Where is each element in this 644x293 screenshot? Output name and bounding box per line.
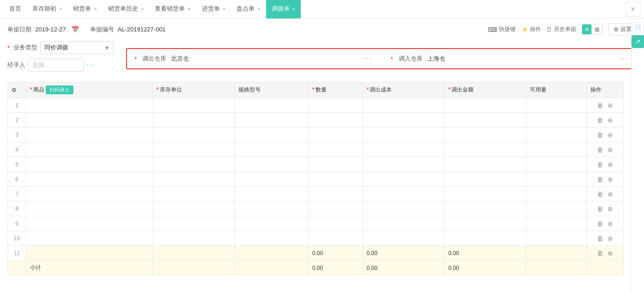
row-product[interactable] [26, 216, 153, 231]
row-copy-icon[interactable]: ⊕ [608, 190, 613, 198]
subtotal-available [526, 246, 587, 261]
th-product: *商品 扫码录入 [26, 82, 153, 98]
handler-more-dots[interactable]: ··· [86, 61, 95, 69]
tab-stock-init-close[interactable]: × [59, 6, 62, 12]
warehouse-out-more-dots[interactable]: ··· [363, 55, 372, 63]
table-row: 7 🗑 ⊕ [8, 187, 624, 201]
row-qty[interactable] [309, 201, 363, 216]
row-delete-icon[interactable]: 🗑 [597, 205, 603, 213]
warehouse-in-more-dots[interactable]: ··· [620, 55, 628, 63]
row-qty[interactable] [309, 113, 363, 128]
window-close-button[interactable]: × [626, 2, 640, 17]
table-row: 6 🗑 ⊕ [8, 172, 624, 187]
row-product[interactable] [26, 98, 153, 113]
row-action: 🗑 ⊕ [587, 128, 624, 142]
warehouse-out-value: 北京仓 [171, 55, 358, 63]
row-delete-icon[interactable]: 🗑 [597, 190, 603, 198]
row-qty[interactable] [309, 216, 363, 231]
row-available [526, 113, 587, 128]
tab-view-sales[interactable]: 查看销货单 × [149, 0, 196, 18]
sidebar-export-button[interactable]: ↗ [632, 35, 644, 48]
row-delete-icon[interactable]: 🗑 [597, 131, 603, 139]
row-delete-icon[interactable]: 🗑 [597, 235, 603, 242]
row-qty[interactable] [309, 157, 363, 172]
tab-purchase-label: 进货单 [202, 5, 220, 13]
row-delete-icon[interactable]: 🗑 [597, 146, 603, 153]
tab-sales-order[interactable]: 销货单 × [67, 0, 102, 18]
row-copy-icon[interactable]: ⊕ [608, 161, 613, 168]
scan-button[interactable]: 扫码录入 [46, 85, 73, 94]
row-product[interactable] [26, 128, 153, 142]
row-qty[interactable] [309, 142, 363, 157]
tab-home[interactable]: 首页 [4, 0, 27, 18]
row-delete-icon[interactable]: 🗑 [597, 250, 603, 257]
tab-purchase-close[interactable]: × [223, 6, 225, 12]
row-qty[interactable] [309, 98, 363, 113]
tab-transfer-close[interactable]: × [292, 6, 295, 12]
subtotal-amount-value: 0.00 [444, 261, 526, 275]
row-num: 9 [8, 216, 26, 231]
operation-action[interactable]: ⚡ 操作 [521, 25, 541, 33]
history-icon: 🗒 [547, 26, 552, 33]
row-product[interactable] [26, 201, 153, 216]
shortcut-action[interactable]: ⌨ 快捷键 [488, 25, 516, 33]
row-product[interactable] [26, 113, 153, 128]
row-qty[interactable] [309, 187, 363, 201]
handler-input[interactable]: 选择... [28, 59, 84, 72]
grid-view-button[interactable]: ⊞ [592, 24, 602, 34]
row-product[interactable] [26, 187, 153, 201]
row-product[interactable] [26, 142, 153, 157]
row-copy-icon[interactable]: ⊕ [608, 146, 613, 153]
table-row: 11 0.00 0.00 0.00 🗑 ⊕ [8, 246, 624, 261]
row-amount [444, 201, 526, 216]
row-product[interactable] [26, 231, 153, 246]
row-available [526, 157, 587, 172]
row-cost [363, 172, 444, 187]
list-view-button[interactable]: ≡ [582, 24, 592, 34]
row-num: 3 [8, 128, 26, 142]
row-product[interactable] [26, 157, 153, 172]
row-amount [444, 128, 526, 142]
row-amount [444, 142, 526, 157]
row-copy-icon[interactable]: ⊕ [608, 220, 613, 227]
th-amount: *调出金额 [444, 82, 526, 98]
subtotal-amount: 0.00 [444, 246, 526, 261]
row-copy-icon[interactable]: ⊕ [608, 131, 613, 139]
row-delete-icon[interactable]: 🗑 [597, 102, 603, 109]
row-delete-icon[interactable]: 🗑 [597, 161, 603, 168]
business-type-select[interactable]: 同价调拨 ▼ [40, 41, 114, 54]
row-copy-icon[interactable]: ⊕ [608, 102, 613, 109]
history-action[interactable]: 🗒 历史单据 [547, 25, 576, 33]
row-qty[interactable] [309, 172, 363, 187]
tab-view-sales-close[interactable]: × [188, 6, 190, 12]
tab-inventory-close[interactable]: × [257, 6, 260, 12]
calendar-icon[interactable]: 📅 [72, 26, 79, 33]
setting-gear-icon: ⚙ [614, 26, 619, 33]
tab-stock-init[interactable]: 库存期初 × [27, 0, 67, 18]
tab-purchase[interactable]: 进货单 × [196, 0, 231, 18]
row-qty[interactable] [309, 231, 363, 246]
row-delete-icon[interactable]: 🗑 [597, 116, 603, 124]
row-unit [152, 142, 234, 157]
row-qty[interactable] [309, 128, 363, 142]
row-copy-icon[interactable]: ⊕ [608, 235, 613, 242]
tab-transfer[interactable]: 调拨单 × [266, 0, 301, 18]
row-delete-icon[interactable]: 🗑 [597, 176, 603, 183]
sidebar-doc-button[interactable]: 📄 [632, 22, 644, 33]
business-warehouse-row: * 业务类型 同价调拨 ▼ 经手人 选择... ··· [7, 41, 637, 76]
tab-sales-order-close[interactable]: × [94, 6, 97, 12]
row-copy-icon[interactable]: ⊕ [608, 205, 613, 213]
tab-sales-history[interactable]: 销货单历史 × [103, 0, 149, 18]
row-available [526, 128, 587, 142]
row-copy-icon[interactable]: ⊕ [608, 250, 613, 257]
subtotal-qty: 0.00 [309, 246, 363, 261]
row-product[interactable] [26, 172, 153, 187]
th-gear[interactable]: ⚙ [8, 82, 26, 98]
subtotal-unit [152, 246, 234, 261]
row-copy-icon[interactable]: ⊕ [608, 116, 613, 124]
tab-sales-history-close[interactable]: × [141, 6, 144, 12]
row-copy-icon[interactable]: ⊕ [608, 176, 613, 183]
tab-transfer-label: 调拨单 [272, 5, 290, 13]
row-delete-icon[interactable]: 🗑 [597, 220, 603, 227]
tab-inventory[interactable]: 盘点单 × [231, 0, 266, 18]
